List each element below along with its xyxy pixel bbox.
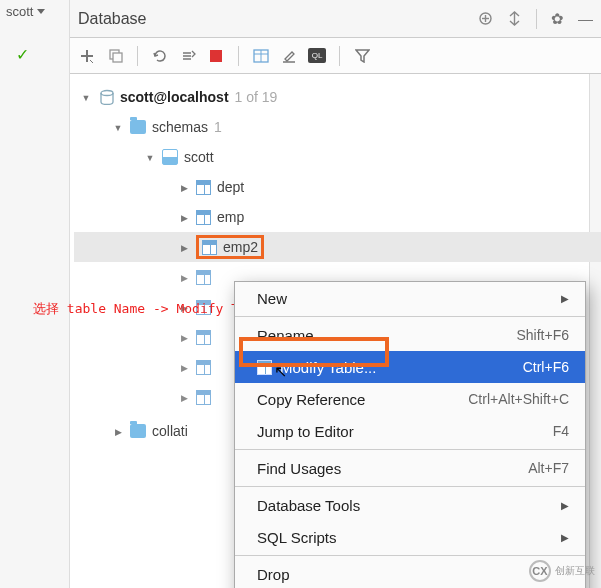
separator	[137, 46, 138, 66]
collapse-icon[interactable]	[478, 11, 493, 26]
table-icon	[196, 330, 211, 345]
chevron-right-icon[interactable]	[178, 391, 190, 403]
toolbar: QL	[70, 38, 601, 74]
table-view-icon[interactable]	[252, 47, 270, 65]
database-icon	[98, 89, 114, 105]
menu-jump-editor[interactable]: Jump to Editor F4	[235, 415, 585, 447]
menu-new[interactable]: New	[235, 282, 585, 314]
connection-node[interactable]: scott@localhost 1 of 19	[74, 82, 601, 112]
menu-find-usages[interactable]: Find Usages Alt+F7	[235, 452, 585, 484]
watermark-logo-icon: CX	[529, 560, 551, 582]
table-node-emp2[interactable]: emp2	[74, 232, 601, 262]
chevron-right-icon[interactable]	[112, 425, 124, 437]
schema-label: scott	[184, 149, 214, 165]
separator	[339, 46, 340, 66]
svg-marker-13	[356, 50, 369, 62]
schemas-label: schemas	[152, 119, 208, 135]
chevron-right-icon[interactable]	[178, 271, 190, 283]
menu-modify-table[interactable]: Modify Table... Ctrl+F6	[235, 351, 585, 383]
sync-icon[interactable]	[179, 47, 197, 65]
menu-rename[interactable]: Rename... Shift+F6	[235, 319, 585, 351]
table-icon	[196, 360, 211, 375]
project-name: scott	[6, 4, 33, 19]
table-icon	[196, 270, 211, 285]
schemas-count: 1	[214, 119, 222, 135]
schema-icon	[162, 149, 178, 165]
table-node-dept[interactable]: dept	[74, 172, 601, 202]
context-menu: New Rename... Shift+F6 Modify Table... C…	[234, 281, 586, 588]
menu-separator	[235, 449, 585, 450]
project-selector[interactable]: scott	[0, 0, 69, 25]
sql-console-icon[interactable]: QL	[308, 47, 326, 65]
chevron-down-icon[interactable]	[112, 121, 124, 133]
filter-icon[interactable]	[353, 47, 371, 65]
gear-icon[interactable]: ✿	[551, 10, 564, 28]
watermark-text: 创新互联	[555, 564, 595, 578]
table-icon	[196, 210, 211, 225]
menu-sql-scripts[interactable]: SQL Scripts	[235, 521, 585, 553]
separator	[238, 46, 239, 66]
minimize-icon[interactable]: —	[578, 10, 593, 27]
menu-separator	[235, 555, 585, 556]
chevron-down-icon[interactable]	[144, 151, 156, 163]
project-sidebar: scott ✓	[0, 0, 70, 588]
folder-icon	[130, 424, 146, 438]
table-icon	[202, 240, 217, 255]
table-icon	[196, 390, 211, 405]
watermark: CX 创新互联	[529, 560, 595, 582]
menu-separator	[235, 316, 585, 317]
chevron-right-icon[interactable]	[178, 331, 190, 343]
stop-icon[interactable]	[207, 47, 225, 65]
table-label: dept	[217, 179, 244, 195]
chevron-right-icon[interactable]	[178, 361, 190, 373]
separator	[536, 9, 537, 29]
panel-title: Database	[78, 10, 478, 28]
connection-count: 1 of 19	[235, 89, 278, 105]
refresh-icon[interactable]	[151, 47, 169, 65]
table-node-emp[interactable]: emp	[74, 202, 601, 232]
folder-icon	[130, 120, 146, 134]
collations-label: collati	[152, 423, 188, 439]
chevron-right-icon[interactable]	[178, 241, 190, 253]
schemas-node[interactable]: schemas 1	[74, 112, 601, 142]
edit-icon[interactable]	[280, 47, 298, 65]
chevron-right-icon[interactable]	[178, 211, 190, 223]
highlight-box: emp2	[196, 235, 264, 259]
copy-icon[interactable]	[106, 47, 124, 65]
panel-titlebar: Database ✿ —	[70, 0, 601, 38]
chevron-down-icon[interactable]	[80, 91, 92, 103]
table-icon	[257, 360, 272, 375]
chevron-down-icon	[37, 9, 45, 14]
check-icon: ✓	[0, 45, 69, 64]
connection-label: scott@localhost	[120, 89, 229, 105]
menu-database-tools[interactable]: Database Tools	[235, 489, 585, 521]
add-icon[interactable]	[78, 47, 96, 65]
menu-separator	[235, 486, 585, 487]
table-label: emp2	[223, 239, 258, 255]
table-label: emp	[217, 209, 244, 225]
menu-copy-reference[interactable]: Copy Reference Ctrl+Alt+Shift+C	[235, 383, 585, 415]
svg-point-14	[101, 91, 113, 96]
schema-node[interactable]: scott	[74, 142, 601, 172]
table-icon	[196, 180, 211, 195]
svg-marker-12	[285, 52, 294, 61]
expand-icon[interactable]	[507, 11, 522, 26]
svg-rect-7	[113, 53, 122, 62]
chevron-right-icon[interactable]	[178, 181, 190, 193]
cursor-icon: ↖	[274, 362, 287, 381]
